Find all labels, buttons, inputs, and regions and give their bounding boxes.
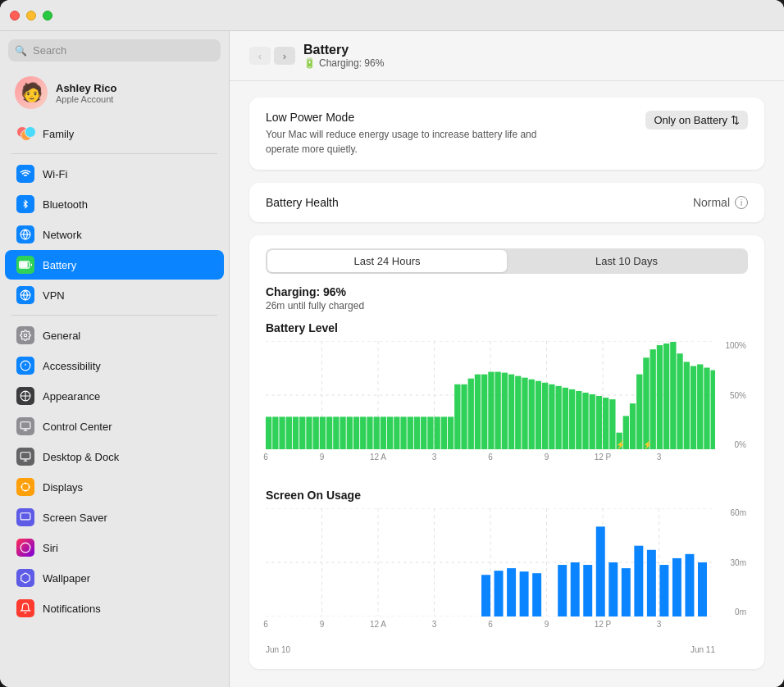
tab-last-10-days[interactable]: Last 10 Days (507, 250, 746, 272)
family-avatar-3 (25, 126, 36, 138)
profile-item[interactable]: 🧑 Ashley Rico Apple Account (3, 70, 226, 116)
sidebar-item-notifications[interactable]: Notifications (5, 594, 224, 623)
close-button[interactable] (10, 11, 20, 20)
svg-rect-36 (347, 416, 353, 449)
x-label-6a: 6 (263, 453, 268, 462)
profile-name: Ashley Rico (56, 82, 116, 94)
svg-rect-57 (481, 375, 487, 449)
sidebar-item-screen-saver[interactable]: Screen Saver (5, 503, 224, 532)
screen-saver-icon (16, 508, 34, 526)
time-range-tabs: Last 24 Hours Last 10 Days (266, 248, 748, 274)
network-icon (16, 225, 34, 243)
sidebar-item-general[interactable]: General (5, 321, 224, 350)
svg-rect-51 (448, 416, 454, 449)
traffic-lights (10, 11, 52, 20)
y-label-60m: 60m (731, 508, 746, 517)
svg-rect-30 (306, 416, 312, 449)
svg-rect-55 (468, 379, 474, 449)
svg-rect-59 (495, 372, 500, 449)
sidebar-item-label-network: Network (43, 229, 82, 241)
sidebar-item-wifi[interactable]: Wi-Fi (5, 159, 224, 189)
date-jun10: Jun 10 (266, 645, 290, 654)
sidebar-item-wallpaper[interactable]: Wallpaper (5, 563, 224, 593)
page-title: Battery (303, 43, 384, 57)
minimize-button[interactable] (26, 11, 36, 20)
svg-rect-106 (481, 575, 490, 616)
svg-rect-72 (582, 393, 588, 449)
svg-rect-49 (435, 416, 440, 449)
title-bar (0, 0, 784, 31)
y-label-50: 50% (730, 391, 746, 400)
svg-rect-91 (697, 364, 703, 449)
svg-rect-122 (698, 562, 707, 616)
tab-last-24-hours[interactable]: Last 24 Hours (267, 250, 507, 272)
screen-usage-title: Screen On Usage (266, 489, 748, 502)
sidebar-item-accessibility[interactable]: Accessibility (5, 351, 224, 380)
forward-button[interactable]: › (274, 47, 295, 65)
sidebar-item-control-center[interactable]: Control Center (5, 412, 224, 441)
svg-rect-90 (691, 366, 696, 449)
header-subtitle: 🔋 Charging: 96% (303, 57, 384, 69)
charge-percent: Charging: 96% (266, 285, 748, 298)
battery-health-status: Normal (693, 196, 730, 209)
control-center-icon (16, 417, 34, 435)
svg-rect-81 (636, 375, 642, 449)
low-power-select[interactable]: Only on Battery ⇅ (645, 111, 748, 130)
svg-rect-41 (381, 416, 386, 449)
back-button[interactable]: ‹ (249, 47, 271, 65)
battery-y-labels: 100% 50% 0% (717, 341, 748, 449)
low-power-row: Low Power Mode Your Mac will reduce ener… (266, 111, 748, 157)
sidebar-item-label-siri: Siri (43, 542, 58, 554)
svg-text:⚡: ⚡ (643, 440, 653, 449)
sidebar-item-label-control-center: Control Center (43, 421, 112, 433)
svg-rect-68 (555, 386, 561, 449)
sidebar-item-siri[interactable]: Siri (5, 533, 224, 562)
svg-point-12 (21, 483, 29, 490)
main-window: 🔍 🧑 Ashley Rico Apple Account (0, 0, 784, 687)
svg-rect-11 (21, 453, 30, 459)
screen-usage-x-labels: 6 9 12 A 3 6 9 12 P 3 (266, 616, 715, 639)
appearance-icon (16, 387, 34, 405)
sidebar-item-bluetooth[interactable]: Bluetooth (5, 189, 224, 219)
svg-point-7 (24, 334, 27, 337)
svg-rect-60 (502, 373, 508, 449)
screen-usage-chart: 60m 30m 0m 6 9 12 A 3 6 9 (266, 508, 748, 639)
date-jun11: Jun 11 (691, 645, 715, 654)
vpn-icon (16, 286, 34, 304)
maximize-button[interactable] (43, 11, 52, 20)
svg-rect-112 (571, 562, 580, 616)
svg-rect-37 (353, 416, 359, 449)
sidebar-item-network[interactable]: Network (5, 220, 224, 249)
sidebar-item-vpn[interactable]: VPN (5, 280, 224, 310)
sidebar-item-displays[interactable]: Displays (5, 472, 224, 502)
sidebar-item-label-notifications: Notifications (43, 603, 101, 615)
charge-time: 26m until fully charged (266, 300, 748, 312)
x-label-12p: 12 P (595, 453, 612, 462)
svg-rect-79 (630, 403, 636, 449)
battery-health-title: Battery Health (266, 196, 339, 209)
svg-rect-62 (515, 376, 521, 449)
battery-level-title: Battery Level (266, 321, 748, 334)
battery-health-card: Battery Health Normal i (249, 183, 764, 222)
search-input[interactable] (8, 39, 221, 61)
sidebar-item-family[interactable]: Family (5, 119, 224, 148)
svg-rect-4 (21, 262, 27, 266)
main-panel: ‹ › Battery 🔋 Charging: 96% Low Po (230, 31, 784, 687)
svg-rect-76 (609, 399, 615, 449)
sidebar-item-label-screen-saver: Screen Saver (43, 512, 107, 524)
sidebar-item-label-general: General (43, 330, 80, 342)
notifications-icon (16, 599, 34, 617)
svg-rect-34 (333, 416, 339, 449)
svg-rect-113 (583, 565, 592, 616)
sidebar: 🔍 🧑 Ashley Rico Apple Account (0, 31, 230, 687)
sidebar-item-appearance[interactable]: Appearance (5, 381, 224, 411)
svg-rect-84 (650, 349, 656, 449)
info-icon[interactable]: i (735, 196, 748, 209)
wallpaper-icon (16, 569, 34, 587)
svg-rect-120 (672, 558, 681, 616)
sidebar-item-battery[interactable]: Battery (5, 250, 224, 280)
sidebar-item-desktop-dock[interactable]: Desktop & Dock (5, 442, 224, 471)
x-label-9a: 9 (320, 453, 325, 462)
svg-rect-118 (647, 550, 656, 616)
svg-rect-13 (21, 513, 30, 520)
